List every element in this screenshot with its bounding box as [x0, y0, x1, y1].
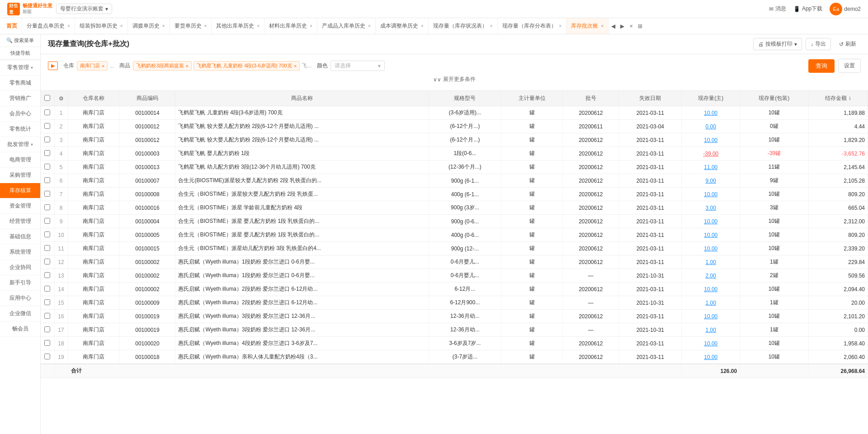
tab-cailiao[interactable]: 材料出库单历史 × — [264, 18, 317, 34]
tab-close[interactable]: × — [368, 24, 371, 28]
tab-yaohuo[interactable]: 要货单历史 × — [170, 18, 212, 34]
row-checkbox[interactable] — [44, 326, 50, 332]
select-all-checkbox[interactable] — [44, 95, 50, 101]
tab-qitachuku[interactable]: 其他出库单历史 × — [212, 18, 264, 34]
sidebar-item-企业微信[interactable]: 企业微信 — [0, 306, 40, 321]
cell-stock-main[interactable]: 1.00 — [682, 323, 740, 337]
tab-close[interactable]: × — [490, 24, 493, 28]
sidebar-quick-nav[interactable]: 快捷导航 — [0, 47, 40, 60]
tab-close[interactable]: × — [204, 24, 207, 28]
sidebar-item-系统管理[interactable]: 系统管理 — [0, 245, 40, 260]
product-tag-2[interactable]: 飞鹤星飞帆 儿童奶粉 4段(3-6岁适用) 700克 × — [193, 61, 300, 71]
cell-stock-main[interactable]: 1.00 — [682, 296, 740, 310]
sidebar-item-应用中心[interactable]: 应用中心 — [0, 291, 40, 306]
tab-kucun-status[interactable]: 现存量（库存状况表） × — [429, 18, 498, 34]
row-checkbox[interactable] — [44, 286, 50, 292]
color-select[interactable]: 请选择 ▾ — [330, 61, 385, 71]
cell-stock-main[interactable]: 10.00 — [682, 215, 740, 228]
product-tag-1[interactable]: 飞鹤奶粉3段两箱提装 × — [133, 61, 192, 71]
warehouse-more[interactable]: ... — [109, 63, 114, 69]
cell-stock-main[interactable]: 9.00 — [682, 174, 740, 188]
sidebar-item-零售管理[interactable]: 零售管理 ▾ — [0, 60, 40, 75]
sidebar-item-新手引导[interactable]: 新手引导 — [0, 275, 40, 291]
company-select[interactable]: 母婴行业演示账套 ▾ — [56, 4, 112, 14]
row-checkbox[interactable] — [44, 123, 50, 129]
product-tag-2-remove[interactable]: × — [294, 63, 297, 69]
tab-close[interactable]: × — [257, 24, 259, 28]
product-tag-1-remove[interactable]: × — [186, 63, 189, 69]
refresh-button[interactable]: ↺ 刷新 — [835, 38, 861, 50]
export-button[interactable]: ↓ 导出 — [806, 38, 831, 50]
cell-stock-main[interactable]: 3.00 — [682, 201, 740, 215]
sidebar-item-营销推广[interactable]: 营销推广 — [0, 91, 40, 106]
row-checkbox[interactable] — [44, 191, 50, 197]
user-area[interactable]: Ea demo2 — [830, 3, 861, 15]
tab-close-all[interactable]: × — [627, 18, 636, 34]
row-checkbox[interactable] — [44, 245, 50, 251]
sidebar-item-库存核算[interactable]: 库存核算 — [0, 183, 40, 198]
tab-close[interactable]: × — [421, 24, 424, 28]
row-checkbox[interactable] — [44, 177, 50, 183]
query-button[interactable]: 查询 — [808, 59, 835, 73]
tab-diaopo[interactable]: 调拨单历史 × — [128, 18, 170, 34]
tab-close[interactable]: × — [162, 24, 165, 28]
balance-info-icon[interactable]: ℹ — [849, 96, 851, 101]
tab-nav-next[interactable]: ▶ — [618, 18, 627, 34]
cell-stock-main[interactable]: 0.00 — [682, 120, 740, 133]
cell-stock-main[interactable]: 1.00 — [682, 255, 740, 269]
row-checkbox[interactable] — [44, 299, 50, 305]
row-checkbox[interactable] — [44, 109, 50, 115]
tab-close[interactable]: × — [120, 24, 123, 28]
sidebar-item-批发管理[interactable]: 批发管理 ▾ — [0, 137, 40, 152]
tab-close[interactable]: × — [559, 24, 562, 28]
tab-kucun-dist[interactable]: 现存量（库存分布表） × — [498, 18, 567, 34]
warehouse-tag-1[interactable]: 南库门店 × — [77, 61, 108, 71]
sidebar-search[interactable]: 🔍 搜索菜单 — [0, 34, 40, 47]
cell-stock-main[interactable]: 10.00 — [682, 310, 740, 323]
cell-stock-main[interactable]: 2.00 — [682, 269, 740, 283]
tab-fenpan[interactable]: 分量盘点单历史 × — [22, 18, 75, 34]
filter-expand-toggle[interactable]: ▶ — [48, 61, 58, 70]
gear-icon[interactable]: ⚙ — [59, 95, 64, 102]
cell-stock-main[interactable]: 10.00 — [682, 283, 740, 296]
tab-close[interactable]: × — [310, 24, 312, 28]
row-checkbox[interactable] — [44, 259, 50, 264]
cell-stock-main[interactable]: 10.00 — [682, 106, 740, 120]
cell-stock-main[interactable]: 10.00 — [682, 337, 740, 350]
tab-close[interactable]: × — [67, 24, 70, 28]
sidebar-item-资金管理[interactable]: 资金管理 — [0, 198, 40, 214]
product-more[interactable]: 飞... — [302, 62, 311, 70]
sidebar-item-零售商城[interactable]: 零售商城 — [0, 75, 40, 91]
print-button[interactable]: 🖨 按模板打印 ▾ — [753, 38, 802, 50]
sidebar-item-采购管理[interactable]: 采购管理 — [0, 168, 40, 183]
sidebar-item-会员中心[interactable]: 会员中心 — [0, 106, 40, 122]
cell-stock-main[interactable]: 11.00 — [682, 160, 740, 174]
row-checkbox[interactable] — [44, 204, 50, 210]
cell-stock-main[interactable]: 10.00 — [682, 228, 740, 242]
sidebar-item-基础信息[interactable]: 基础信息 — [0, 229, 40, 245]
cell-stock-main[interactable]: 10.00 — [682, 242, 740, 255]
tab-home[interactable]: 首页 — [2, 18, 22, 34]
message-btn[interactable]: ✉ 消息 — [769, 5, 786, 13]
cell-stock-main[interactable]: 10.00 — [682, 350, 740, 364]
sidebar-item-企业协同[interactable]: 企业协同 — [0, 260, 40, 275]
app-download-btn[interactable]: 📱 App下载 — [793, 5, 822, 13]
row-checkbox[interactable] — [44, 164, 50, 170]
sidebar-item-经营管理[interactable]: 经营管理 — [0, 214, 40, 229]
tab-menu[interactable]: ⊞ — [636, 18, 645, 34]
tab-zuzhuang[interactable]: 组装拆卸单历史 × — [75, 18, 128, 34]
sidebar-item-畅会员[interactable]: 畅会员 — [0, 321, 40, 337]
tab-chanpin[interactable]: 产成品入库单历史 × — [317, 18, 376, 34]
row-checkbox[interactable] — [44, 218, 50, 224]
row-checkbox[interactable] — [44, 137, 50, 142]
row-checkbox[interactable] — [44, 150, 50, 156]
warehouse-tag-remove[interactable]: × — [102, 63, 104, 69]
sidebar-item-电商管理[interactable]: 电商管理 — [0, 152, 40, 168]
tab-kucun-pici[interactable]: 库存批次账 × — [566, 18, 609, 34]
row-checkbox[interactable] — [44, 231, 50, 237]
row-checkbox[interactable] — [44, 354, 50, 359]
expand-more-btn[interactable]: ∨∨ 展开更多条件 — [51, 75, 858, 83]
cell-stock-main[interactable]: -39.00 — [682, 147, 740, 160]
cell-stock-main[interactable]: 10.00 — [682, 133, 740, 147]
row-checkbox[interactable] — [44, 340, 50, 346]
